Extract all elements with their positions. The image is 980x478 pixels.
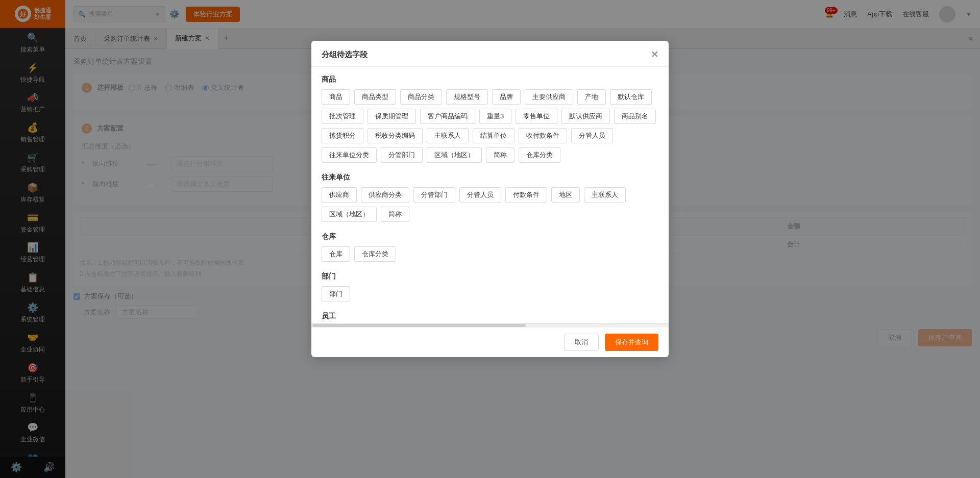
- field-select-modal: 分组待选字段 ✕ 商品 商品 商品类型 商品分类 规格型号 品牌 主要供应商 产…: [311, 41, 669, 357]
- partner-field-grid: 供应商 供应商分类 分管部门 分管人员 付款条件 地区 主联系人 区域（地区） …: [322, 187, 658, 222]
- field-brand[interactable]: 品牌: [492, 89, 521, 105]
- field-warehouse-category-goods[interactable]: 仓库分类: [519, 147, 560, 163]
- field-expiry[interactable]: 保质期管理: [368, 109, 416, 124]
- section-goods: 商品 商品 商品类型 商品分类 规格型号 品牌 主要供应商 产地 默认仓库 批次…: [322, 75, 658, 163]
- field-payment-terms[interactable]: 收付款条件: [519, 128, 567, 143]
- field-customer-code[interactable]: 客户商品编码: [420, 109, 475, 124]
- modal-footer: 取消 保存并查询: [311, 327, 669, 357]
- field-warehouse-category[interactable]: 仓库分类: [354, 246, 396, 262]
- field-goods-alias[interactable]: 商品别名: [614, 109, 656, 124]
- modal-confirm-button[interactable]: 保存并查询: [605, 334, 658, 351]
- field-default-supplier[interactable]: 默认供应商: [561, 109, 610, 124]
- section-partner-title: 往来单位: [322, 173, 658, 182]
- section-department-title: 部门: [322, 272, 658, 281]
- section-goods-title: 商品: [322, 75, 658, 84]
- modal-cancel-button[interactable]: 取消: [564, 334, 599, 351]
- section-department: 部门 部门: [322, 272, 658, 301]
- field-manager-partner[interactable]: 分管人员: [459, 187, 501, 203]
- field-dept-partner[interactable]: 分管部门: [413, 187, 455, 203]
- field-default-warehouse[interactable]: 默认仓库: [610, 89, 652, 105]
- field-goods[interactable]: 商品: [322, 89, 350, 105]
- goods-field-grid: 商品 商品类型 商品分类 规格型号 品牌 主要供应商 产地 默认仓库 批次管理 …: [322, 89, 658, 163]
- field-region-goods[interactable]: 区域（地区）: [427, 147, 482, 163]
- department-field-grid: 部门: [322, 286, 658, 301]
- field-weight[interactable]: 重量3: [479, 109, 511, 124]
- field-pick-points[interactable]: 拣货积分: [322, 128, 363, 143]
- section-employee: 员工 业务员: [322, 312, 658, 323]
- field-spec[interactable]: 规格型号: [446, 89, 488, 105]
- field-payment-cond[interactable]: 付款条件: [505, 187, 547, 203]
- field-batch[interactable]: 批次管理: [322, 109, 363, 124]
- field-supplier-category[interactable]: 供应商分类: [361, 187, 409, 203]
- field-goods-type[interactable]: 商品类型: [354, 89, 396, 105]
- modal-body[interactable]: 商品 商品 商品类型 商品分类 规格型号 品牌 主要供应商 产地 默认仓库 批次…: [311, 67, 669, 323]
- field-dept-goods[interactable]: 分管部门: [381, 147, 423, 163]
- section-employee-title: 员工: [322, 312, 658, 321]
- field-short-name-partner[interactable]: 简称: [381, 207, 409, 222]
- section-partner: 往来单位 供应商 供应商分类 分管部门 分管人员 付款条件 地区 主联系人 区域…: [322, 173, 658, 222]
- field-main-contact-goods[interactable]: 主联系人: [427, 128, 469, 143]
- field-manager-goods[interactable]: 分管人员: [571, 128, 613, 143]
- field-department[interactable]: 部门: [322, 286, 350, 301]
- modal-horizontal-scrollbar[interactable]: [311, 323, 669, 327]
- field-partner-category[interactable]: 往来单位分类: [322, 147, 377, 163]
- field-main-supplier[interactable]: 主要供应商: [525, 89, 573, 105]
- section-warehouse: 仓库 仓库 仓库分类: [322, 232, 658, 262]
- field-tax-code[interactable]: 税收分类编码: [368, 128, 423, 143]
- modal-close-button[interactable]: ✕: [651, 49, 658, 60]
- field-goods-category[interactable]: 商品分类: [400, 89, 442, 105]
- field-origin[interactable]: 产地: [577, 89, 606, 105]
- field-warehouse[interactable]: 仓库: [322, 246, 350, 262]
- field-main-contact-partner[interactable]: 主联系人: [584, 187, 626, 203]
- modal-title: 分组待选字段: [322, 50, 368, 60]
- field-retail-unit[interactable]: 零售单位: [516, 109, 557, 124]
- modal-header: 分组待选字段 ✕: [311, 41, 669, 67]
- section-warehouse-title: 仓库: [322, 232, 658, 241]
- field-supplier[interactable]: 供应商: [322, 187, 357, 203]
- field-area[interactable]: 地区: [551, 187, 580, 203]
- field-settlement-unit[interactable]: 结算单位: [473, 128, 514, 143]
- field-region-partner[interactable]: 区域（地区）: [322, 207, 377, 222]
- warehouse-field-grid: 仓库 仓库分类: [322, 246, 658, 262]
- field-short-name-goods[interactable]: 简称: [486, 147, 514, 163]
